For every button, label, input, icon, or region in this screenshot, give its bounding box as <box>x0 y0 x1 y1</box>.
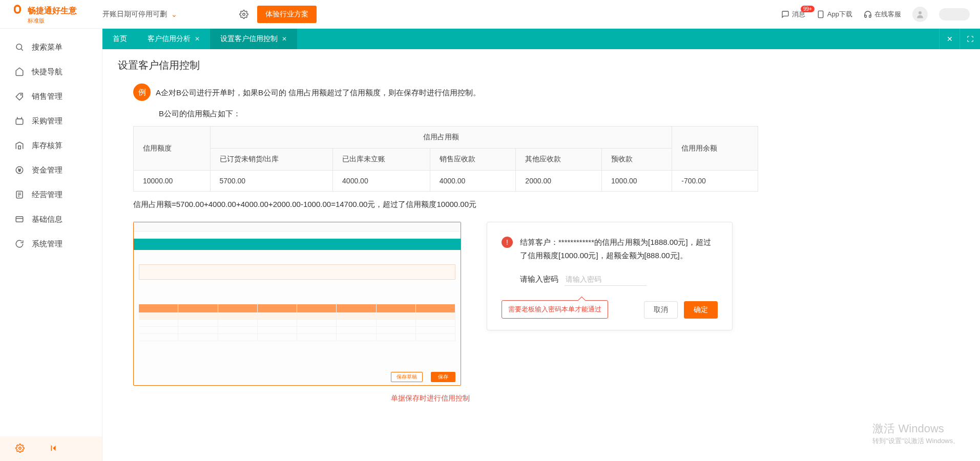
sync-icon <box>14 239 25 249</box>
user-avatar[interactable] <box>912 7 928 22</box>
sidebar-settings-button[interactable] <box>15 444 25 454</box>
td-c3: 4000.00 <box>430 171 516 192</box>
credit-table: 信用额度 信用占用额 信用用余额 已订货未销货/出库 已出库未立账 销售应收款 … <box>133 126 758 192</box>
tab-label: 首页 <box>113 34 127 44</box>
example-text: 例A企对B公司进行开单时，如果B公司的 信用占用额超过了信用额度，则在保存时进行… <box>133 85 954 102</box>
cta-button[interactable]: 体验行业方案 <box>257 6 317 23</box>
tab-home[interactable]: 首页 <box>102 29 137 49</box>
gear-icon <box>15 444 25 453</box>
support-link[interactable]: 在线客服 <box>864 10 901 19</box>
ok-button[interactable]: 确定 <box>684 301 718 319</box>
svg-rect-8 <box>18 146 21 149</box>
gear-icon <box>239 10 248 19</box>
svg-rect-15 <box>16 217 23 222</box>
illustration-row: 保存草稿 保存 ! 结算客户：************的信用占用额为[1888.… <box>133 222 954 386</box>
table-row: 10000.00 5700.00 4000.00 4000.00 2000.00… <box>134 171 758 192</box>
td-credit-limit: 10000.00 <box>134 171 211 192</box>
td-c5: 1000.00 <box>602 171 672 192</box>
calculation-text: 信用占用额=5700.00+4000.00+4000.00+2000.00-10… <box>133 200 954 209</box>
sidebar-item-label: 资金管理 <box>32 165 62 175</box>
sidebar-item-label: 搜索菜单 <box>32 43 62 52</box>
dialog-tip: 需要老板输入密码本单才能通过 <box>502 300 608 319</box>
page-title: 设置客户信用控制 <box>118 58 965 72</box>
tab-bar: 首页 客户信用分析✕ 设置客户信用控制✕ ✕ <box>102 29 980 49</box>
context-dropdown[interactable]: 开账日期可停用可删 ⌄ <box>102 10 236 19</box>
settings-button[interactable] <box>236 6 252 23</box>
sidebar-item-label: 销售管理 <box>32 92 62 101</box>
search-icon <box>14 42 25 52</box>
coin-icon: ¥ <box>14 165 25 175</box>
sidebar-item-system[interactable]: 系统管理 <box>0 232 102 256</box>
svg-text:¥: ¥ <box>18 168 21 173</box>
svg-point-4 <box>16 44 22 50</box>
sidebar-item-finance[interactable]: ¥资金管理 <box>0 158 102 182</box>
sidebar-item-sales[interactable]: 销售管理 <box>0 84 102 109</box>
sidebar-item-quicknav[interactable]: 快捷导航 <box>0 59 102 84</box>
screenshot-mock: 保存草稿 保存 <box>133 222 461 386</box>
user-icon <box>915 10 925 19</box>
app-download-label: App下载 <box>827 10 852 19</box>
message-icon <box>781 10 789 18</box>
sidebar-footer <box>0 436 102 461</box>
user-name-pill[interactable] <box>939 8 970 20</box>
sidebar-item-operations[interactable]: 经营管理 <box>0 182 102 207</box>
th-sub-4: 预收款 <box>602 149 672 171</box>
svg-rect-7 <box>16 119 23 124</box>
th-sub-3: 其他应收款 <box>516 149 602 171</box>
th-sub-0: 已订货未销货/出库 <box>210 149 333 171</box>
td-c1: 5700.00 <box>210 171 333 192</box>
doc-icon <box>14 190 25 200</box>
sidebar-item-basic[interactable]: 基础信息 <box>0 207 102 232</box>
password-input[interactable] <box>565 273 647 286</box>
brand-edition: 标准版 <box>28 17 45 25</box>
td-balance: -700.00 <box>672 171 758 192</box>
content-scroll[interactable]: 例A企对B公司进行开单时，如果B公司的 信用占用额超过了信用额度，则在保存时进行… <box>102 77 980 461</box>
svg-rect-1 <box>818 11 823 17</box>
close-icon: ✕ <box>947 35 953 43</box>
password-label: 请输入密码 <box>520 275 558 284</box>
fullscreen-icon <box>967 35 974 43</box>
th-balance: 信用用余额 <box>672 127 758 171</box>
cancel-button[interactable]: 取消 <box>644 301 678 319</box>
dialog-message: 结算客户：************的信用占用额为[1888.00元]，超过了信用… <box>520 236 718 262</box>
warehouse-icon <box>14 140 25 151</box>
th-occupied: 信用占用额 <box>210 127 672 149</box>
credit-warning-dialog: ! 结算客户：************的信用占用额为[1888.00元]，超过了… <box>487 222 733 330</box>
top-actions: 消息 99+ App下载 在线客服 <box>781 7 970 22</box>
warning-icon: ! <box>502 237 513 248</box>
illustration-caption: 单据保存时进行信用控制 <box>133 394 727 403</box>
td-c4: 2000.00 <box>516 171 602 192</box>
home-icon <box>14 67 25 77</box>
sidebar-item-inventory[interactable]: 库存核算 <box>0 133 102 158</box>
brand-name: 畅捷通好生意 <box>28 6 77 16</box>
tab-fullscreen-button[interactable] <box>960 29 980 49</box>
sidebar-collapse-button[interactable] <box>50 445 59 453</box>
svg-point-17 <box>19 447 22 449</box>
tab-close-all-button[interactable]: ✕ <box>939 29 960 49</box>
card-icon <box>14 214 25 224</box>
context-label: 开账日期可停用可删 <box>102 10 167 19</box>
headset-icon <box>864 10 872 18</box>
sidebar-item-search[interactable]: 搜索菜单 <box>0 35 102 59</box>
tab-credit-settings[interactable]: 设置客户信用控制✕ <box>210 29 297 49</box>
sidebar-item-label: 采购管理 <box>32 116 62 126</box>
td-c2: 4000.00 <box>333 171 430 192</box>
sidebar-item-label: 经营管理 <box>32 190 62 200</box>
sidebar-item-purchase[interactable]: 采购管理 <box>0 109 102 133</box>
bag-icon <box>14 116 25 126</box>
example-sentence: A企对B公司进行开单时，如果B公司的 信用占用额超过了信用额度，则在保存时进行信… <box>156 88 481 97</box>
example-badge: 例 <box>133 83 151 101</box>
support-label: 在线客服 <box>874 10 901 19</box>
messages-link[interactable]: 消息 99+ <box>781 10 805 19</box>
app-download-link[interactable]: App下载 <box>817 10 852 19</box>
sidebar-item-label: 快捷导航 <box>32 67 62 77</box>
sidebar-item-label: 基础信息 <box>32 215 62 224</box>
close-icon[interactable]: ✕ <box>282 35 287 43</box>
svg-point-6 <box>20 94 22 95</box>
close-icon[interactable]: ✕ <box>195 35 200 43</box>
brand-icon <box>10 4 25 18</box>
tab-label: 客户信用分析 <box>148 34 191 44</box>
tab-credit-analysis[interactable]: 客户信用分析✕ <box>137 29 210 49</box>
tab-label: 设置客户信用控制 <box>220 34 278 44</box>
sidebar-item-label: 库存核算 <box>32 141 62 151</box>
